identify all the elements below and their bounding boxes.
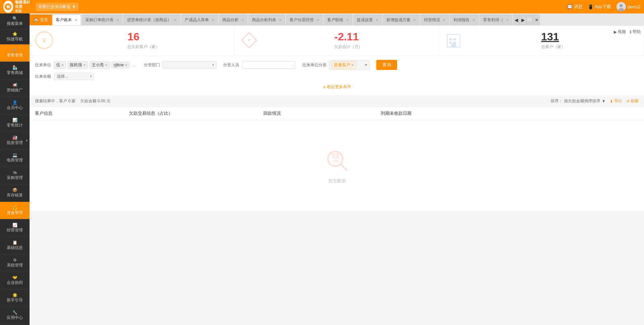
app-version: 标版 (15, 9, 33, 13)
tab-close-purchase-order[interactable]: ✕ (116, 18, 119, 22)
svg-rect-14 (451, 44, 456, 47)
balance-dropdown[interactable]: 选择... (54, 73, 94, 80)
message-btn[interactable]: 💬 消息 (567, 4, 583, 10)
tab-raise-settings[interactable]: 提成设置 ✕ (353, 14, 382, 25)
video-btn[interactable]: ▶ 视频 (614, 29, 626, 35)
sidebar-quick-nav[interactable]: ⭐ 快捷导航 (0, 30, 30, 44)
person-filter-more[interactable]: ··· (291, 63, 294, 67)
download-icon: 📱 (588, 4, 593, 9)
filter-section: 往来单位 伍 ✕ 陈民强 ✕ 王小亮 (30, 56, 644, 96)
sidebar-item-finance[interactable]: 💰 资金管理 (0, 202, 30, 219)
avatar (616, 2, 626, 11)
top-bar: 畅 畅捷通好生意 标版 母婴行业演示帐套 ▼ 💬 消息 📱 App下载 (0, 0, 644, 13)
tab-purchase-stat[interactable]: 进货单统计表（按商品） ✕ (123, 14, 180, 25)
filter-row-1: 往来单位 伍 ✕ 陈民强 ✕ 王小亮 (35, 60, 639, 70)
sidebar-item-system[interactable]: ⚙ 系统管理 (0, 254, 30, 272)
sidebar-item-ecommerce[interactable]: 💻 电商管理 (0, 149, 30, 167)
refresh-btn[interactable]: ↺ 刷新 (626, 98, 639, 104)
sidebar-item-retail-mall[interactable]: 🏪 零售商城 (0, 62, 30, 79)
unit-tag-cjttcw-close[interactable]: ✕ (125, 63, 127, 67)
dept-dropdown-wrap (163, 61, 216, 69)
tab-close-product-instock[interactable]: ✕ (212, 18, 214, 22)
tab-close-product-analysis-list[interactable]: ✕ (279, 18, 282, 22)
tab-product-analysis[interactable]: 商品分析 ✕ (219, 14, 248, 25)
person-filter-input[interactable] (242, 61, 296, 69)
logo-icon: 畅 (3, 1, 13, 13)
content-area: 🏠 首页 客户账本 ✕ 采购订单统计表 ✕ 进货单统计表（按商品） ✕ 产成品入… (30, 13, 644, 325)
sidebar-item-new-guide[interactable]: 🌟 新手引导 (0, 289, 30, 307)
unit-filter-more[interactable]: ... (131, 62, 137, 68)
svg-rect-12 (449, 42, 452, 44)
tab-operation-status[interactable]: 经营情况 ✕ (420, 14, 449, 25)
tab-profit-report[interactable]: 利润报告 ✕ (450, 14, 479, 25)
col-repayment: 回款情况 (263, 110, 381, 116)
tab-close-profit-report[interactable]: ✕ (472, 18, 475, 22)
table-header: 客户信息 欠款交易信息（占比） 回款情况 到期未收款日期 (30, 107, 644, 120)
unit-tag-wu-close[interactable]: ✕ (61, 63, 64, 67)
tab-close-all-btn[interactable]: ✕ (533, 14, 540, 25)
tab-close-customer-book[interactable]: ✕ (75, 18, 77, 22)
tab-purchase-order-stat[interactable]: 采购订单统计表 ✕ (82, 14, 123, 25)
sidebar-item-purchase[interactable]: 🛍 采购管理 (0, 167, 30, 184)
svg-point-18 (331, 152, 335, 156)
tab-retail-profit[interactable]: 零售利润（ ✕ (479, 14, 512, 25)
category-filter-display[interactable]: 普通客户 ✕ ▼ (329, 60, 370, 70)
tab-customer-contact[interactable]: 客户联络 ✕ (324, 14, 352, 25)
tab-customer-book[interactable]: 客户账本 ✕ (52, 14, 81, 25)
unit-filter-label: 往来单位 (35, 62, 51, 68)
unit-filter-tags: 伍 ✕ 陈民强 ✕ 王小亮 ✕ (54, 61, 137, 69)
account-selector[interactable]: 母婴行业演示帐套 ▼ (36, 3, 79, 11)
sidebar-item-marketing[interactable]: 📢 营销推广 (0, 79, 30, 97)
sort-control[interactable]: 排序： 按欠款金额倒序排序 ▼ (551, 98, 606, 104)
sidebar-item-inventory[interactable]: 📦 库存核算 (0, 184, 30, 202)
dept-filter-label: 分管部门 (144, 62, 160, 68)
tab-maximize-btn[interactable]: ⬜ (526, 14, 533, 25)
app-download-btn[interactable]: 📱 App下载 (588, 4, 611, 10)
sidebar-item-retail-mgmt[interactable]: 🛒 零售管理 (0, 44, 30, 62)
tab-close-product-analysis[interactable]: ✕ (241, 18, 244, 22)
table-container: 客户信息 欠款交易信息（占比） 回款情况 到期未收款日期 (30, 107, 644, 211)
sidebar-item-enterprise-coop[interactable]: 🤝 企业协同 (0, 272, 30, 289)
building-icon (444, 31, 463, 50)
sidebar-item-app-center[interactable]: 🔧 应用中心 (0, 307, 30, 324)
dept-dropdown[interactable] (163, 61, 216, 69)
sidebar-item-member[interactable]: 👤 会员中心 (0, 97, 30, 114)
unit-tag-wang-close[interactable]: ✕ (105, 63, 108, 67)
sidebar-item-operation[interactable]: 📈 经营管理 (0, 219, 30, 237)
stat-overdue-customers: ¥ 16 总欠款客户（家） (30, 26, 234, 56)
sidebar-search[interactable]: 🔍 搜索菜单 (0, 13, 30, 30)
tab-product-analysis-list[interactable]: 商品分析列表 ✕ (248, 14, 285, 25)
tab-product-instock[interactable]: 产成品入库单 ✕ (181, 14, 218, 25)
category-tag-close[interactable]: ✕ (351, 63, 354, 67)
tab-close-customer-tier[interactable]: ✕ (316, 18, 319, 22)
user-info[interactable]: demo2 (616, 2, 641, 11)
balance-filter-label: 往来余额 (35, 74, 51, 79)
sidebar-item-retail-stat[interactable]: 📊 零售统计 (0, 114, 30, 132)
tab-home[interactable]: 🏠 首页 (30, 14, 52, 25)
export-btn[interactable]: ⬇ 导出 (610, 98, 622, 104)
tab-close-operation-status[interactable]: ✕ (443, 18, 445, 22)
tab-close-raise-settings[interactable]: ✕ (376, 18, 378, 22)
sidebar-item-basic[interactable]: 📋 基础信息 (0, 237, 30, 254)
tab-prev-btn[interactable]: ◀ (513, 14, 520, 25)
tab-close-customer-contact[interactable]: ✕ (346, 18, 349, 22)
unit-tag-chen-close[interactable]: ✕ (83, 63, 86, 67)
sidebar-item-wholesale[interactable]: 🏭 批发管理 ▼ (0, 132, 30, 149)
total-customers-value: 131 (541, 31, 565, 42)
collapse-btn[interactable]: ∧ 收起更多条件 (323, 84, 351, 90)
query-button[interactable]: 查询 (376, 60, 397, 70)
col-due-date: 到期未收款日期 (381, 110, 639, 116)
tab-close-retail-profit[interactable]: ✕ (506, 18, 509, 22)
tab-new-raise-plan[interactable]: 新增提成方案 ✕ (383, 14, 420, 25)
category-tag: 普通客户 ✕ (332, 61, 356, 69)
empty-icon (324, 147, 350, 174)
help-btn[interactable]: ℹ 帮助 (630, 29, 641, 35)
tab-next-btn[interactable]: ▶ (520, 14, 526, 25)
tab-close-new-raise-plan[interactable]: ✕ (413, 18, 416, 22)
help-icon: ℹ (630, 30, 632, 34)
unit-tag-wu: 伍 ✕ (54, 61, 66, 69)
tab-customer-tier[interactable]: 客户分层经营 ✕ (286, 14, 323, 25)
tab-close-purchase-stat[interactable]: ✕ (174, 18, 177, 22)
category-filter-label: 往来单位分类 (302, 62, 327, 68)
balance-dropdown-wrap: 选择... (54, 73, 94, 80)
